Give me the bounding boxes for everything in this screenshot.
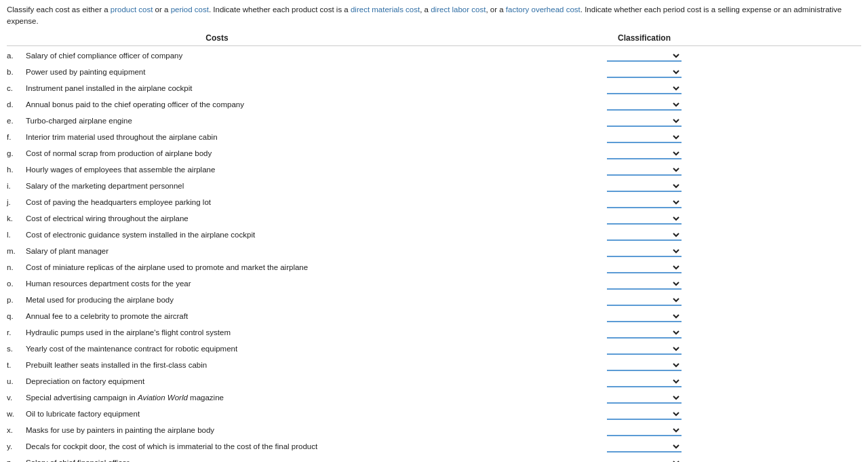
classification-dropdown[interactable]: Product cost - Direct materials costProd…: [607, 245, 682, 257]
direct-materials-link: direct materials cost: [351, 5, 420, 14]
classification-dropdown[interactable]: Product cost - Direct materials costProd…: [607, 391, 682, 404]
classification-dropdown[interactable]: Product cost - Direct materials costProd…: [607, 50, 682, 62]
row-text: Salary of chief compliance officer of co…: [26, 52, 182, 60]
row-dropdown-container[interactable]: Product cost - Direct materials costProd…: [427, 115, 861, 127]
row-letter: h.: [7, 166, 26, 174]
row-dropdown-container[interactable]: Product cost - Direct materials costProd…: [427, 277, 861, 290]
row-dropdown-container[interactable]: Product cost - Direct materials costProd…: [427, 326, 861, 339]
row-label: u.Depreciation on factory equipment: [7, 377, 427, 385]
classification-dropdown[interactable]: Product cost - Direct materials costProd…: [607, 163, 682, 176]
row-dropdown-container[interactable]: Product cost - Direct materials costProd…: [427, 294, 861, 306]
row-label: n.Cost of miniature replicas of the airp…: [7, 263, 427, 271]
row-dropdown-container[interactable]: Product cost - Direct materials costProd…: [427, 391, 861, 404]
table-row: e.Turbo-charged airplane engineProduct c…: [7, 113, 861, 129]
classification-dropdown[interactable]: Product cost - Direct materials costProd…: [607, 66, 682, 78]
row-text: Yearly cost of the maintenance contract …: [26, 345, 237, 353]
row-dropdown-container[interactable]: Product cost - Direct materials costProd…: [427, 229, 861, 241]
row-label: v.Special advertising campaign in Aviati…: [7, 393, 427, 402]
row-text: Decals for cockpit door, the cost of whi…: [26, 442, 317, 450]
row-dropdown-container[interactable]: Product cost - Direct materials costProd…: [427, 82, 861, 94]
row-label: f.Interior trim material used throughout…: [7, 133, 427, 141]
row-dropdown-container[interactable]: Product cost - Direct materials costProd…: [427, 310, 861, 322]
classification-dropdown[interactable]: Product cost - Direct materials costProd…: [607, 457, 682, 463]
row-label: q.Annual fee to a celebrity to promote t…: [7, 312, 427, 320]
table-row: p.Metal used for producing the airplane …: [7, 292, 861, 308]
row-letter: s.: [7, 345, 26, 353]
row-text: Cost of electronic guidance system insta…: [26, 231, 255, 239]
row-letter: a.: [7, 52, 26, 60]
intro-text: Classify each cost as either a product c…: [7, 4, 861, 28]
row-label: i.Salary of the marketing department per…: [7, 182, 427, 190]
row-text: Turbo-charged airplane engine: [26, 117, 132, 125]
row-letter: l.: [7, 231, 26, 239]
classification-header: Classification: [427, 33, 861, 43]
row-label: c.Instrument panel installed in the airp…: [7, 84, 427, 92]
row-dropdown-container[interactable]: Product cost - Direct materials costProd…: [427, 424, 861, 436]
classification-dropdown[interactable]: Product cost - Direct materials costProd…: [607, 375, 682, 387]
row-text: Human resources department costs for the…: [26, 280, 191, 288]
table-header: Costs Classification: [7, 33, 861, 46]
classification-dropdown[interactable]: Product cost - Direct materials costProd…: [607, 180, 682, 192]
row-letter: i.: [7, 182, 26, 190]
row-dropdown-container[interactable]: Product cost - Direct materials costProd…: [427, 196, 861, 208]
classification-dropdown[interactable]: Product cost - Direct materials costProd…: [607, 408, 682, 420]
classification-dropdown[interactable]: Product cost - Direct materials costProd…: [607, 277, 682, 290]
costs-header: Costs: [7, 33, 427, 43]
row-dropdown-container[interactable]: Product cost - Direct materials costProd…: [427, 440, 861, 453]
classification-dropdown[interactable]: Product cost - Direct materials costProd…: [607, 261, 682, 273]
row-label: x.Masks for use by painters in painting …: [7, 426, 427, 434]
row-dropdown-container[interactable]: Product cost - Direct materials costProd…: [427, 359, 861, 371]
table-row: f.Interior trim material used throughout…: [7, 129, 861, 145]
row-letter: o.: [7, 280, 26, 288]
classification-dropdown[interactable]: Product cost - Direct materials costProd…: [607, 115, 682, 127]
row-label: o.Human resources department costs for t…: [7, 280, 427, 288]
row-dropdown-container[interactable]: Product cost - Direct materials costProd…: [427, 457, 861, 463]
row-text: Cost of paving the headquarters employee…: [26, 198, 211, 206]
row-label: r.Hydraulic pumps used in the airplane's…: [7, 328, 427, 336]
classification-dropdown[interactable]: Product cost - Direct materials costProd…: [607, 196, 682, 208]
row-letter: v.: [7, 393, 26, 402]
row-dropdown-container[interactable]: Product cost - Direct materials costProd…: [427, 212, 861, 225]
row-dropdown-container[interactable]: Product cost - Direct materials costProd…: [427, 408, 861, 420]
classification-dropdown[interactable]: Product cost - Direct materials costProd…: [607, 310, 682, 322]
table-row: g.Cost of normal scrap from production o…: [7, 145, 861, 161]
classification-dropdown[interactable]: Product cost - Direct materials costProd…: [607, 440, 682, 453]
row-letter: r.: [7, 328, 26, 336]
direct-labor-link: direct labor cost: [431, 5, 486, 14]
classification-dropdown[interactable]: Product cost - Direct materials costProd…: [607, 212, 682, 225]
row-dropdown-container[interactable]: Product cost - Direct materials costProd…: [427, 163, 861, 176]
classification-dropdown[interactable]: Product cost - Direct materials costProd…: [607, 359, 682, 371]
row-letter: m.: [7, 247, 26, 255]
row-text: Hourly wages of employees that assemble …: [26, 166, 215, 174]
row-label: k.Cost of electrical wiring throughout t…: [7, 214, 427, 223]
row-dropdown-container[interactable]: Product cost - Direct materials costProd…: [427, 343, 861, 355]
classification-dropdown[interactable]: Product cost - Direct materials costProd…: [607, 424, 682, 436]
row-dropdown-container[interactable]: Product cost - Direct materials costProd…: [427, 375, 861, 387]
row-dropdown-container[interactable]: Product cost - Direct materials costProd…: [427, 245, 861, 257]
classification-dropdown[interactable]: Product cost - Direct materials costProd…: [607, 147, 682, 159]
row-dropdown-container[interactable]: Product cost - Direct materials costProd…: [427, 180, 861, 192]
row-dropdown-container[interactable]: Product cost - Direct materials costProd…: [427, 131, 861, 143]
row-dropdown-container[interactable]: Product cost - Direct materials costProd…: [427, 50, 861, 62]
row-text: Interior trim material used throughout t…: [26, 133, 218, 141]
row-dropdown-container[interactable]: Product cost - Direct materials costProd…: [427, 261, 861, 273]
row-text: Annual bonus paid to the chief operating…: [26, 100, 244, 109]
classification-dropdown[interactable]: Product cost - Direct materials costProd…: [607, 343, 682, 355]
classification-dropdown[interactable]: Product cost - Direct materials costProd…: [607, 326, 682, 339]
row-dropdown-container[interactable]: Product cost - Direct materials costProd…: [427, 147, 861, 159]
classification-dropdown[interactable]: Product cost - Direct materials costProd…: [607, 294, 682, 306]
row-label: y.Decals for cockpit door, the cost of w…: [7, 442, 427, 450]
row-text: Masks for use by painters in painting th…: [26, 426, 214, 434]
row-letter: e.: [7, 117, 26, 125]
classification-dropdown[interactable]: Product cost - Direct materials costProd…: [607, 98, 682, 111]
row-dropdown-container[interactable]: Product cost - Direct materials costProd…: [427, 66, 861, 78]
cost-classification-table: Costs Classification a.Salary of chief c…: [7, 33, 861, 463]
classification-dropdown[interactable]: Product cost - Direct materials costProd…: [607, 229, 682, 241]
row-text: Instrument panel installed in the airpla…: [26, 84, 192, 92]
classification-dropdown[interactable]: Product cost - Direct materials costProd…: [607, 82, 682, 94]
classification-dropdown[interactable]: Product cost - Direct materials costProd…: [607, 131, 682, 143]
row-dropdown-container[interactable]: Product cost - Direct materials costProd…: [427, 98, 861, 111]
row-letter: p.: [7, 296, 26, 304]
row-text: Metal used for producing the airplane bo…: [26, 296, 174, 304]
table-row: o.Human resources department costs for t…: [7, 275, 861, 292]
